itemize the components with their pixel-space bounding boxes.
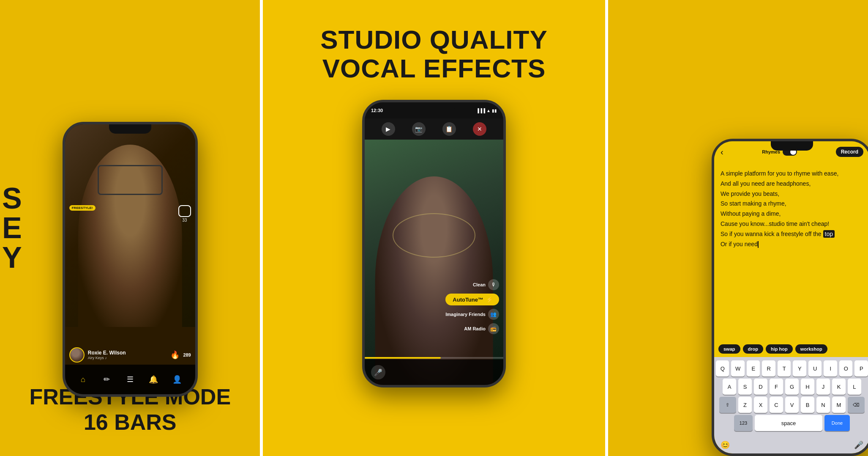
key-v[interactable]: V bbox=[785, 397, 799, 413]
key-shift[interactable]: ⇧ bbox=[719, 397, 736, 413]
record-button[interactable]: Record bbox=[836, 147, 863, 157]
tag-workshop[interactable]: workshop bbox=[795, 344, 827, 354]
notes-btn[interactable]: 📋 bbox=[442, 122, 456, 136]
center-heading-line1: STUDIO QUALITY bbox=[320, 25, 548, 54]
tags-row: swap drop hip hop workshop bbox=[714, 341, 868, 357]
key-q[interactable]: Q bbox=[716, 360, 729, 376]
key-m[interactable]: M bbox=[832, 397, 846, 413]
key-w[interactable]: W bbox=[731, 360, 745, 376]
phone-notch-center bbox=[413, 102, 455, 112]
comment-bubble[interactable] bbox=[178, 205, 191, 217]
lyrics-area[interactable]: A simple platform for you to rhyme with … bbox=[714, 162, 868, 341]
key-delete[interactable]: ⌫ bbox=[848, 397, 865, 413]
phone-screen-left: FREESTYLE! 33 Roxie E. Wilson Airy Keys … bbox=[65, 124, 195, 394]
edge-letter-s: S bbox=[2, 184, 21, 213]
key-b[interactable]: B bbox=[801, 397, 814, 413]
user-name: Roxie E. Wilson bbox=[88, 350, 167, 356]
lyrics-line-7: So if you wanna kick a freestyle off the… bbox=[721, 229, 863, 239]
key-e[interactable]: E bbox=[747, 360, 760, 376]
wifi-icon: ▲ bbox=[486, 108, 491, 113]
key-a[interactable]: A bbox=[723, 379, 736, 395]
center-panel: STUDIO QUALITY VOCAL EFFECTS 12:30 ▐▐▐ ▲… bbox=[263, 0, 606, 456]
nav-edit-icon[interactable]: ✏ bbox=[101, 374, 112, 385]
nav-list-icon[interactable]: ☰ bbox=[124, 374, 136, 385]
status-icons-center: ▐▐▐ ▲ ▮▮ bbox=[476, 108, 497, 113]
bottom-text-line2: 16 BARS bbox=[29, 409, 231, 435]
glasses-overlay bbox=[98, 165, 163, 195]
key-g[interactable]: G bbox=[785, 379, 799, 395]
user-avatar bbox=[69, 347, 85, 363]
lightning-icon: ⚡ bbox=[486, 296, 493, 303]
emoji-icon[interactable]: 😊 bbox=[721, 440, 730, 450]
play-btn[interactable]: ▶ bbox=[382, 122, 395, 136]
phone-left: FREESTYLE! 33 Roxie E. Wilson Airy Keys … bbox=[63, 122, 198, 397]
key-y[interactable]: Y bbox=[793, 360, 806, 376]
key-p[interactable]: P bbox=[854, 360, 868, 376]
keyboard-row-3: ⇧ Z X C V B N M ⌫ bbox=[716, 397, 868, 413]
back-arrow-icon[interactable]: ‹ bbox=[721, 147, 723, 157]
key-i[interactable]: I bbox=[824, 360, 837, 376]
keyboard-row-1: Q W E R T Y U I O P bbox=[716, 360, 868, 376]
key-s[interactable]: S bbox=[738, 379, 752, 395]
key-u[interactable]: U bbox=[808, 360, 822, 376]
edge-letter-y: Y bbox=[2, 243, 21, 272]
phone-center: 12:30 ▐▐▐ ▲ ▮▮ ▶ 📷 📋 ✕ bbox=[362, 100, 506, 387]
nav-home-icon[interactable]: ⌂ bbox=[77, 374, 89, 385]
left-panel: S E Y FREESTYLE! 33 Rox bbox=[0, 0, 261, 456]
keyboard-area: Q W E R T Y U I O P A S D F G H bbox=[714, 357, 868, 437]
key-n[interactable]: N bbox=[816, 397, 830, 413]
mic-btn[interactable]: 🎤 bbox=[371, 365, 385, 379]
effect-amradio[interactable]: AM Radio 📻 bbox=[445, 323, 499, 334]
key-f[interactable]: F bbox=[770, 379, 783, 395]
keyboard-row-4: 123 space Done bbox=[716, 415, 868, 431]
key-o[interactable]: O bbox=[839, 360, 853, 376]
fire-icon: 🔥 bbox=[170, 350, 180, 360]
keyboard-mic-icon[interactable]: 🎤 bbox=[854, 440, 863, 450]
key-h[interactable]: H bbox=[801, 379, 814, 395]
key-space[interactable]: space bbox=[755, 415, 822, 431]
signal-icon: ▐▐▐ bbox=[476, 108, 485, 113]
nav-profile-icon[interactable]: 👤 bbox=[171, 374, 183, 385]
key-z[interactable]: Z bbox=[738, 397, 752, 413]
key-done[interactable]: Done bbox=[824, 415, 850, 431]
phone-bottom-nav: ⌂ ✏ ☰ 🔔 👤 bbox=[65, 365, 195, 394]
key-k[interactable]: K bbox=[832, 379, 846, 395]
status-time-center: 12:30 bbox=[371, 108, 383, 113]
autotune-label: AutoTune™ bbox=[453, 297, 483, 303]
highlight-word: top bbox=[823, 230, 835, 238]
camera-btn[interactable]: 📷 bbox=[412, 122, 426, 136]
fire-count: 289 bbox=[183, 352, 191, 357]
key-123[interactable]: 123 bbox=[734, 415, 753, 431]
tag-swap[interactable]: swap bbox=[718, 344, 740, 354]
key-t[interactable]: T bbox=[778, 360, 791, 376]
tag-drop[interactable]: drop bbox=[743, 344, 763, 354]
key-l[interactable]: L bbox=[848, 379, 861, 395]
center-video-area: Clean 🎙 AutoTune™ ⚡ Imaginary Friends 👥 … bbox=[365, 140, 503, 385]
edge-text: S E Y bbox=[0, 0, 21, 456]
effect-autotune[interactable]: AutoTune™ ⚡ bbox=[445, 294, 499, 305]
user-name-group: Roxie E. Wilson Airy Keys ♪ bbox=[88, 350, 167, 360]
tag-hiphop[interactable]: hip hop bbox=[766, 344, 793, 354]
key-d[interactable]: D bbox=[754, 379, 767, 395]
lyrics-line-4: So start making a rhyme, bbox=[721, 199, 863, 209]
progress-bar bbox=[365, 357, 503, 359]
key-x[interactable]: X bbox=[754, 397, 767, 413]
effect-clean[interactable]: Clean 🎙 bbox=[445, 279, 499, 290]
video-bg-left: FREESTYLE! 33 bbox=[65, 124, 195, 327]
phone-screen-center: 12:30 ▐▐▐ ▲ ▮▮ ▶ 📷 📋 ✕ bbox=[365, 102, 503, 385]
effect-imaginary-icon: 👥 bbox=[488, 309, 499, 320]
key-j[interactable]: J bbox=[816, 379, 830, 395]
phone-notch-left bbox=[109, 124, 151, 134]
phone-right: ‹ Rhymes Record A simple platform for yo… bbox=[712, 139, 868, 456]
comment-icon-area: 33 bbox=[178, 205, 191, 223]
user-sub: Airy Keys ♪ bbox=[88, 356, 167, 360]
key-r[interactable]: R bbox=[762, 360, 775, 376]
close-btn[interactable]: ✕ bbox=[473, 122, 486, 136]
right-panel: ‹ Rhymes Record A simple platform for yo… bbox=[608, 0, 868, 456]
user-info-bar: Roxie E. Wilson Airy Keys ♪ 🔥 289 bbox=[69, 347, 191, 363]
effect-imaginary[interactable]: Imaginary Friends 👥 bbox=[445, 309, 499, 320]
battery-icon: ▮▮ bbox=[492, 108, 497, 113]
text-cursor bbox=[758, 241, 759, 248]
key-c[interactable]: C bbox=[770, 397, 783, 413]
nav-bell-icon[interactable]: 🔔 bbox=[147, 374, 159, 385]
